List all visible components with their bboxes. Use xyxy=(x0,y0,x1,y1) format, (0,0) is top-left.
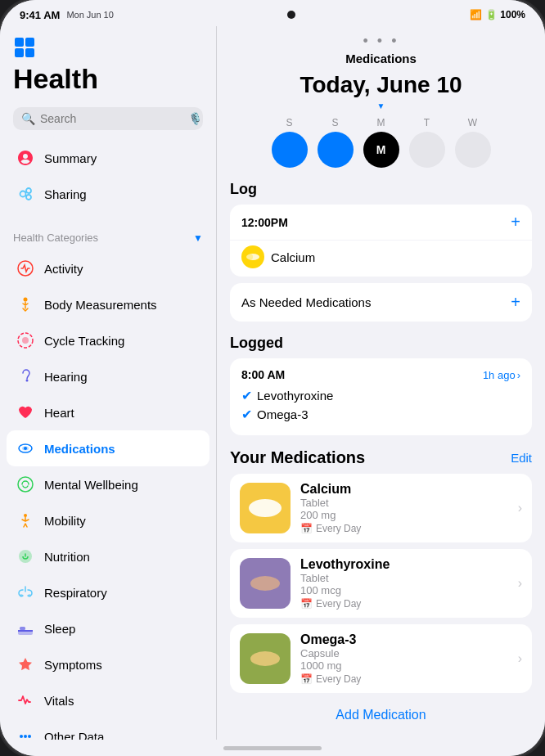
calcium-dose: 200 mg xyxy=(300,509,508,521)
logged-card[interactable]: 8:00 AM 1h ago › ✔ Levothyroxine ✔ Omega… xyxy=(230,358,532,435)
sidebar-item-medications[interactable]: Medications xyxy=(7,430,209,466)
sidebar-item-symptoms[interactable]: Symptoms xyxy=(7,646,209,682)
today-label: M xyxy=(376,143,386,156)
sidebar: Health 🔍 🎙️ Summary xyxy=(0,26,217,740)
nav-sharing[interactable]: Sharing xyxy=(7,176,209,212)
nav-summary[interactable]: Summary xyxy=(7,140,209,176)
logged-ago: 1h ago › xyxy=(483,369,520,381)
calendar-icon-1: 📅 xyxy=(300,598,313,610)
search-input[interactable] xyxy=(40,112,183,125)
categories-chevron: ▼ xyxy=(193,232,203,244)
status-icons: 📶 🔋 100% xyxy=(470,9,525,20)
svg-point-4 xyxy=(20,191,26,197)
grid-icon xyxy=(13,36,36,59)
sidebar-item-hearing[interactable]: Hearing xyxy=(7,358,209,394)
heart-label: Heart xyxy=(44,406,74,420)
check-icon-1: ✔ xyxy=(241,407,252,422)
categories-list: Activity Body Measurements Cycle Trackin… xyxy=(0,247,216,740)
add-medication-button[interactable]: Add Medication xyxy=(217,696,545,734)
cycle-label: Cycle Tracking xyxy=(44,334,124,348)
search-bar[interactable]: 🔍 🎙️ xyxy=(13,107,203,130)
svg-point-13 xyxy=(26,380,29,382)
medications-label: Medications xyxy=(44,442,115,456)
home-bar xyxy=(223,746,322,750)
sidebar-item-body-measurements[interactable]: Body Measurements xyxy=(7,286,209,322)
status-bar: 9:41 AM Mon Jun 10 📶 🔋 100% xyxy=(0,0,545,26)
calcium-chevron: › xyxy=(518,501,522,515)
sleep-label: Sleep xyxy=(44,622,75,636)
sidebar-item-sleep[interactable]: Sleep xyxy=(7,610,209,646)
levothyroxine-name: Levothyroxine xyxy=(300,557,508,572)
calcium-thumb xyxy=(240,483,291,533)
logged-med-0: ✔ Levothyroxine xyxy=(241,388,520,403)
levothyroxine-thumb xyxy=(240,558,291,609)
as-needed-row[interactable]: As Needed Medications + xyxy=(230,283,532,322)
svg-point-31 xyxy=(249,499,282,517)
status-date: Mon Jun 10 xyxy=(66,10,113,20)
sidebar-item-mental-wellbeing[interactable]: Mental Wellbeing xyxy=(7,466,209,502)
calendar-icon-0: 📅 xyxy=(300,523,313,534)
day-circle-3 xyxy=(409,132,445,168)
sharing-label: Sharing xyxy=(44,187,87,201)
omega3-thumb xyxy=(240,633,291,684)
mobility-label: Mobility xyxy=(44,514,86,528)
day-col-1[interactable]: S xyxy=(318,117,354,168)
mic-icon: 🎙️ xyxy=(188,112,202,125)
log-add-button[interactable]: + xyxy=(511,213,520,232)
svg-point-16 xyxy=(24,447,27,450)
logged-header: 8:00 AM 1h ago › xyxy=(241,368,520,381)
levothyroxine-dose: 100 mcg xyxy=(300,584,508,596)
med-card-calcium[interactable]: Calcium Tablet 200 mg 📅 Every Day › xyxy=(230,474,532,542)
svg-point-21 xyxy=(28,594,31,597)
your-meds-title: Your Medications xyxy=(230,448,365,467)
hearing-icon xyxy=(15,366,36,387)
omega3-info: Omega-3 Capsule 1000 mg 📅 Every Day xyxy=(300,632,508,685)
hearing-label: Hearing xyxy=(44,370,88,384)
svg-point-33 xyxy=(250,651,280,666)
activity-icon xyxy=(15,258,36,279)
omega3-name: Omega-3 xyxy=(300,632,508,647)
sidebar-item-heart[interactable]: Heart xyxy=(7,394,209,430)
omega3-chevron: › xyxy=(518,651,522,666)
med-card-omega3[interactable]: Omega-3 Capsule 1000 mg 📅 Every Day › xyxy=(230,624,532,693)
heart-icon xyxy=(15,402,36,423)
calcium-pill-icon xyxy=(241,245,264,268)
panel-dots: • • • xyxy=(230,33,532,50)
sidebar-item-nutrition[interactable]: Nutrition xyxy=(7,538,209,574)
svg-point-27 xyxy=(28,735,31,738)
activity-label: Activity xyxy=(44,262,83,276)
your-meds-header: Your Medications Edit xyxy=(217,442,545,470)
day-label-3: T xyxy=(424,117,430,128)
wifi-icon: 📶 xyxy=(470,9,482,20)
sidebar-item-respiratory[interactable]: Respiratory xyxy=(7,574,209,610)
log-section: Log 12:00PM + Calcium As Need xyxy=(230,181,532,322)
svg-point-17 xyxy=(18,477,33,492)
svg-line-7 xyxy=(25,191,26,192)
vitals-icon xyxy=(15,690,36,711)
body-icon xyxy=(15,294,36,315)
nutrition-icon xyxy=(15,546,36,567)
search-icon: 🔍 xyxy=(21,112,35,125)
date-triangle: ▼ xyxy=(217,101,545,110)
as-needed-add-button[interactable]: + xyxy=(511,293,520,312)
log-card: 12:00PM + Calcium xyxy=(230,205,532,277)
levothyroxine-schedule: 📅 Every Day xyxy=(300,598,508,610)
sidebar-item-activity[interactable]: Activity xyxy=(7,250,209,286)
day-col-2[interactable]: M M xyxy=(363,117,399,168)
sidebar-item-mobility[interactable]: Mobility xyxy=(7,502,209,538)
edit-button[interactable]: Edit xyxy=(511,451,532,465)
sidebar-item-cycle-tracking[interactable]: Cycle Tracking xyxy=(7,322,209,358)
home-indicator xyxy=(0,740,545,756)
day-col-3[interactable]: T xyxy=(409,117,445,168)
respiratory-icon xyxy=(15,582,36,603)
omega3-schedule: 📅 Every Day xyxy=(300,673,508,685)
day-col-0[interactable]: S xyxy=(272,117,308,168)
nutrition-label: Nutrition xyxy=(44,550,90,564)
nav-items: Summary Sharing xyxy=(0,137,216,215)
sidebar-item-other-data[interactable]: Other Data xyxy=(7,718,209,740)
med-card-levothyroxine[interactable]: Levothyroxine Tablet 100 mcg 📅 Every Day… xyxy=(230,549,532,618)
categories-section-header[interactable]: Health Categories ▼ xyxy=(0,222,216,247)
sidebar-item-vitals[interactable]: Vitals xyxy=(7,682,209,718)
day-col-4[interactable]: W xyxy=(455,117,491,168)
panel-title: Medications xyxy=(230,52,532,65)
